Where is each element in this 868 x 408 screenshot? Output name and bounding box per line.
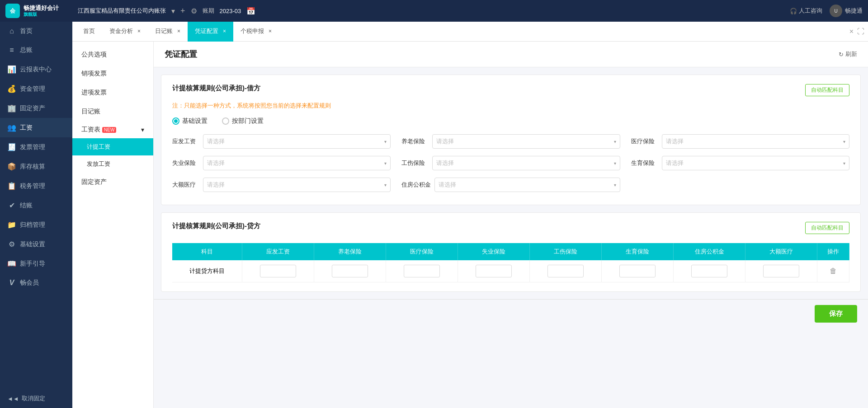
menu-item-sales-invoice[interactable]: 销项发票 (72, 64, 153, 83)
guide-icon: 📖 (7, 259, 16, 268)
select-shiye[interactable]: 请选择 ▾ (203, 156, 391, 170)
select-yiliao[interactable]: 请选择 ▾ (662, 134, 849, 149)
expand-tab-button[interactable]: ⛶ (857, 28, 864, 36)
cancel-pin-button[interactable]: ◄◄ 取消固定 (0, 389, 72, 408)
table-row: 计提贷方科目 🗑 (172, 260, 849, 282)
field-yingfa: 应发工资 请选择 ▾ (172, 134, 391, 149)
radio-group: 基础设置 按部门设置 (172, 117, 849, 125)
select-gongshang[interactable]: 请选择 ▾ (432, 156, 620, 170)
period-value: 2023-03 (220, 8, 241, 14)
input-credit-shengyu[interactable] (619, 265, 656, 277)
calendar-icon[interactable]: 📅 (246, 7, 255, 15)
ledger-icon: ≡ (7, 46, 16, 54)
content-area: 首页 资金分析 × 日记账 × 凭证配置 × 个税申报 × × ⛶ (72, 22, 868, 408)
sidebar-item-close[interactable]: ✔ 结账 (0, 196, 72, 215)
debit-form-grid: 应发工资 请选择 ▾ 养老保险 请选择 ▾ (172, 134, 849, 192)
col-gjj: 住房公积金 (674, 243, 745, 260)
delete-row-button[interactable]: 🗑 (830, 267, 837, 275)
settings-icon[interactable]: ⚙ (191, 7, 197, 15)
select-dae[interactable]: 请选择 ▾ (203, 178, 391, 192)
debit-section: 计提核算规则(公司承担)-借方 自动匹配科目 注：只能选择一种方式，系统将按照您… (161, 75, 861, 205)
sidebar-item-assets[interactable]: 🏢 固定资产 (0, 98, 72, 118)
chevron-gongshang: ▾ (614, 161, 616, 166)
close-tab-button[interactable]: × (849, 28, 854, 36)
add-icon[interactable]: + (180, 6, 185, 16)
select-yanglao[interactable]: 请选择 ▾ (432, 134, 620, 149)
sidebar-item-settings[interactable]: ⚙ 基础设置 (0, 234, 72, 254)
menu-item-pay-salary[interactable]: 发放工资 (72, 155, 153, 173)
menu-item-accrual[interactable]: 计提工资 (72, 138, 153, 155)
cell-gjj (674, 260, 745, 282)
chevron-yanglao: ▾ (614, 139, 616, 144)
sidebar-item-vip[interactable]: V 畅会员 (0, 273, 72, 292)
sidebar-label-salary: 工资 (20, 124, 33, 132)
new-badge: NEW (102, 127, 116, 133)
close-tab-voucher[interactable]: × (223, 28, 226, 34)
input-credit-yanglao[interactable] (332, 265, 368, 277)
company-name[interactable]: 江西服宝精品有限责任公司内账张 (78, 7, 166, 15)
close-tab-journal[interactable]: × (177, 28, 180, 34)
sidebar-item-invoice[interactable]: 🧾 发票管理 (0, 137, 72, 157)
input-credit-yingfa[interactable] (260, 265, 296, 277)
close-tab-funds[interactable]: × (137, 28, 141, 34)
sidebar-item-archive[interactable]: 📁 归档管理 (0, 215, 72, 234)
refresh-button[interactable]: ↻ 刷新 (839, 50, 857, 58)
sidebar-label-tax: 税务管理 (20, 182, 45, 190)
user-area[interactable]: U 畅捷通 (830, 5, 863, 17)
credit-section-title: 计提核算规则(公司承担)-贷方 (172, 222, 260, 230)
radio-dept-circle (222, 117, 229, 125)
cell-shengyu (602, 260, 674, 282)
sidebar-item-funds[interactable]: 💰 资金管理 (0, 79, 72, 98)
select-gjj[interactable]: 请选择 ▾ (434, 178, 620, 192)
col-shiye: 失业保险 (458, 243, 530, 260)
sidebar-item-ledger[interactable]: ≡ 总账 (0, 41, 72, 60)
sidebar-label-archive: 归档管理 (20, 221, 45, 229)
debit-section-title: 计提核算规则(公司承担)-借方 (172, 84, 260, 93)
sidebar-item-tax[interactable]: 📋 税务管理 (0, 176, 72, 196)
settings-sidebar-icon: ⚙ (7, 240, 16, 249)
refresh-icon: ↻ (839, 51, 844, 58)
main-layout: ⌂ 首页 ≡ 总账 📊 云报表中心 💰 资金管理 🏢 固定资产 👥 工资 🧾 发… (0, 22, 868, 408)
input-credit-shiye[interactable] (476, 265, 512, 277)
close-tab-tax[interactable]: × (269, 28, 272, 34)
menu-item-purchase-invoice[interactable]: 进项发票 (72, 83, 153, 102)
input-credit-dae[interactable] (763, 265, 799, 277)
assets-icon: 🏢 (7, 104, 16, 113)
sidebar-item-inventory[interactable]: 📦 库存核算 (0, 157, 72, 176)
service-button[interactable]: 🎧 人工咨询 (790, 7, 822, 15)
tab-voucher-config[interactable]: 凭证配置 × (188, 22, 233, 42)
chevron-yingfa: ▾ (384, 139, 387, 144)
radio-department[interactable]: 按部门设置 (222, 117, 264, 125)
tab-home[interactable]: 首页 (76, 22, 102, 42)
dropdown-icon[interactable]: ▾ (171, 7, 175, 15)
select-yingfa[interactable]: 请选择 ▾ (203, 134, 391, 149)
headphone-icon: 🎧 (790, 8, 797, 14)
menu-item-fixed-assets[interactable]: 固定资产 (72, 173, 153, 192)
menu-item-journal[interactable]: 日记账 (72, 102, 153, 121)
sidebar-label-ledger: 总账 (20, 46, 33, 54)
input-credit-gjj[interactable] (691, 265, 727, 277)
col-action: 操作 (817, 243, 849, 260)
auto-match-debit-button[interactable]: 自动匹配科目 (805, 84, 849, 96)
radio-basic[interactable]: 基础设置 (172, 117, 208, 125)
page-content: 公共选项 销项发票 进项发票 日记账 工资表NEW ▾ 计提工资 发放工资 固定… (72, 42, 868, 408)
chevron-shengyu: ▾ (843, 161, 845, 166)
sidebar-item-reports[interactable]: 📊 云报表中心 (0, 60, 72, 79)
chevron-down-icon: ▾ (141, 126, 144, 133)
menu-item-salary-table[interactable]: 工资表NEW ▾ (72, 121, 153, 138)
select-shengyu[interactable]: 请选择 ▾ (662, 156, 849, 170)
auto-match-credit-button[interactable]: 自动匹配科目 (805, 222, 849, 234)
field-yiliao: 医疗保险 请选择 ▾ (631, 134, 849, 149)
row-label: 计提贷方科目 (172, 260, 242, 282)
input-credit-yiliao[interactable] (404, 265, 440, 277)
tab-funds-analysis[interactable]: 资金分析 × (102, 22, 148, 42)
sidebar-label-reports: 云报表中心 (20, 66, 52, 74)
tab-tax-report[interactable]: 个税申报 × (233, 22, 279, 42)
sidebar-item-guide[interactable]: 📖 新手引导 (0, 254, 72, 273)
sidebar-item-salary[interactable]: 👥 工资 (0, 118, 72, 137)
sidebar-item-home[interactable]: ⌂ 首页 (0, 22, 72, 41)
menu-item-public[interactable]: 公共选项 (72, 45, 153, 64)
input-credit-gongshang[interactable] (547, 265, 584, 277)
tab-journal[interactable]: 日记账 × (148, 22, 188, 42)
save-button[interactable]: 保存 (815, 305, 857, 323)
